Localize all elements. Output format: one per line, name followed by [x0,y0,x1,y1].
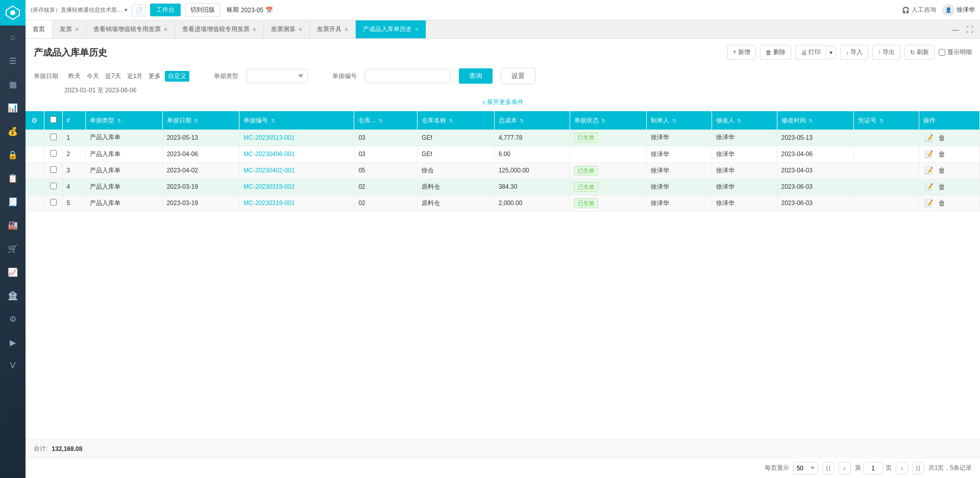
row-delete-button-1[interactable]: 🗑 [937,149,946,159]
row-number-link-4[interactable]: MC-20230319-001 [243,199,295,207]
tab-product-history[interactable]: 产成品入库单历史 × [356,20,426,39]
col-type[interactable]: 单据类型 ⇅ [86,111,163,130]
type-filter-select[interactable]: 全部 产品入库单 [247,69,308,83]
tab-invoice-issue-close[interactable]: × [345,26,348,33]
row-edit-button-4[interactable]: 📝 [923,198,934,208]
tab-purchase-vat-close[interactable]: × [253,26,256,33]
tab-maximize-button[interactable]: ⛶ [964,23,976,36]
sidebar-item-asset[interactable]: 🏦 [0,284,26,307]
row-number-link-1[interactable]: MC-20230406-001 [243,150,295,158]
tab-invoice-issue[interactable]: 发票开具 × [310,20,356,39]
row-checkbox-4[interactable] [44,195,62,211]
row-edit-button-0[interactable]: 📝 [923,133,934,143]
refresh-button[interactable]: ↻ 刷新 [904,45,935,60]
show-detail-toggle[interactable]: 显示明细 [939,48,972,57]
shortcut-yesterday[interactable]: 昨天 [66,71,83,82]
col-modify-time[interactable]: 修改时间 ⇅ [777,111,854,130]
tab-sales-vat-close[interactable]: × [164,26,167,33]
tab-home[interactable]: 首页 [26,20,53,39]
shortcut-more[interactable]: 更多 [146,71,163,82]
settings-button[interactable]: 设置 [501,68,535,84]
row-number-1[interactable]: MC-20230406-001 [239,146,354,162]
row-edit-button-1[interactable]: 📝 [923,149,934,159]
sidebar-item-gear[interactable]: ⚙ [0,307,26,331]
select-all-checkbox[interactable] [50,116,57,123]
row-number-4[interactable]: MC-20230319-001 [239,195,354,211]
col-settings[interactable]: ⚙ [26,111,44,130]
row-number-link-3[interactable]: MC-20230319-002 [243,183,295,190]
sidebar-item-docs[interactable]: ☰ [0,49,26,72]
tab-purchase-vat[interactable]: 查看进项增值税专用发票 × [175,20,264,39]
page-last-button[interactable]: ⟩⟩ [912,462,924,474]
sidebar-item-home[interactable]: ⌂ [0,26,26,49]
tab-sales-vat[interactable]: 查看销项增值税专用发票 × [86,20,175,39]
print-dropdown-button[interactable]: ▾ [826,46,836,59]
sidebar-item-video[interactable]: ▶ [0,331,26,354]
row-number-link-2[interactable]: MC-20230402-001 [243,167,295,174]
switch-version-button[interactable]: 切到旧版 [185,3,220,17]
shortcut-1month[interactable]: 近1月 [125,71,145,82]
query-button[interactable]: 查询 [459,68,493,84]
sidebar-item-book[interactable]: 📋 [0,166,26,190]
sidebar-item-chart[interactable]: 📊 [0,96,26,119]
col-status[interactable]: 单据状态 ⇅ [570,111,647,130]
row-delete-button-2[interactable]: 🗑 [937,165,946,175]
col-creator[interactable]: 制单人 ⇅ [647,111,712,130]
calendar-icon[interactable]: 📅 [265,7,273,14]
company-selector[interactable]: (库存核算）直播轻燃通信息技术股份... ▾ [31,6,128,14]
row-number-2[interactable]: MC-20230402-001 [239,162,354,179]
tab-invoice[interactable]: 发票 × [53,20,86,39]
page-first-button[interactable]: ⟨⟨ [822,462,835,474]
show-detail-checkbox[interactable] [939,49,945,56]
shortcut-today[interactable]: 今天 [85,71,101,82]
row-select-4[interactable] [50,199,57,206]
sidebar-item-lock[interactable]: 🔒 [0,143,26,166]
shortcut-custom[interactable]: 自定义 [165,71,189,82]
sidebar-item-finance[interactable]: 💰 [0,119,26,143]
page-prev-button[interactable]: ‹ [839,462,851,474]
row-checkbox-1[interactable] [44,146,62,162]
expand-button[interactable]: ▿ 展开更多条件 [482,98,524,107]
col-total-cost[interactable]: 总成本 ⇅ [494,111,570,130]
row-checkbox-3[interactable] [44,179,62,195]
sidebar-item-settings[interactable]: ▦ [0,72,26,96]
row-edit-button-2[interactable]: 📝 [923,165,934,175]
row-select-2[interactable] [50,166,57,173]
col-number[interactable]: 单据编号 ⇅ [239,111,354,130]
row-number-link-0[interactable]: MC-20230513-001 [243,134,295,141]
col-date[interactable]: 单据日期 ⇅ [162,111,239,130]
row-number-0[interactable]: MC-20230513-001 [239,130,354,146]
row-checkbox-2[interactable] [44,162,62,179]
service-button[interactable]: 🎧 人工咨询 [902,6,936,14]
shortcut-7days[interactable]: 近7天 [103,71,123,82]
doc-button[interactable]: 📄 [132,4,146,16]
col-voucher[interactable]: 凭证号 ⇅ [854,111,919,130]
tab-minimize-button[interactable]: — [949,23,962,36]
row-edit-button-3[interactable]: 📝 [923,182,934,192]
col-warehouse-name[interactable]: 仓库名称 ⇅ [418,111,495,130]
row-delete-button-0[interactable]: 🗑 [937,133,946,143]
row-select-3[interactable] [50,183,57,189]
tab-invoice-calc[interactable]: 发票测算 × [264,20,310,39]
page-next-button[interactable]: › [896,462,908,474]
number-filter-input[interactable] [365,69,451,83]
col-checkbox[interactable] [44,111,62,130]
export-button[interactable]: ↑ 导出 [872,45,900,60]
row-number-3[interactable]: MC-20230319-002 [239,179,354,195]
print-button[interactable]: 🖨 打印 [795,45,826,60]
row-select-0[interactable] [50,134,57,140]
col-modifier[interactable]: 修改人 ⇅ [712,111,777,130]
sidebar-item-purchase[interactable]: 🛒 [0,237,26,260]
row-delete-button-3[interactable]: 🗑 [937,182,946,192]
sidebar-item-warehouse[interactable]: 🏭 [0,213,26,237]
tab-product-history-close[interactable]: × [415,26,419,33]
row-select-1[interactable] [50,150,57,157]
new-button[interactable]: + 新增 [727,45,756,60]
import-button[interactable]: ↓ 导入 [840,45,868,60]
page-number-input[interactable] [863,462,884,474]
delete-button[interactable]: 🗑 删除 [760,45,791,60]
sidebar-item-report[interactable]: 📈 [0,260,26,284]
row-delete-button-4[interactable]: 🗑 [937,198,946,208]
workspace-button[interactable]: 工作台 [150,4,181,16]
sidebar-item-voucher[interactable]: 🧾 [0,190,26,213]
